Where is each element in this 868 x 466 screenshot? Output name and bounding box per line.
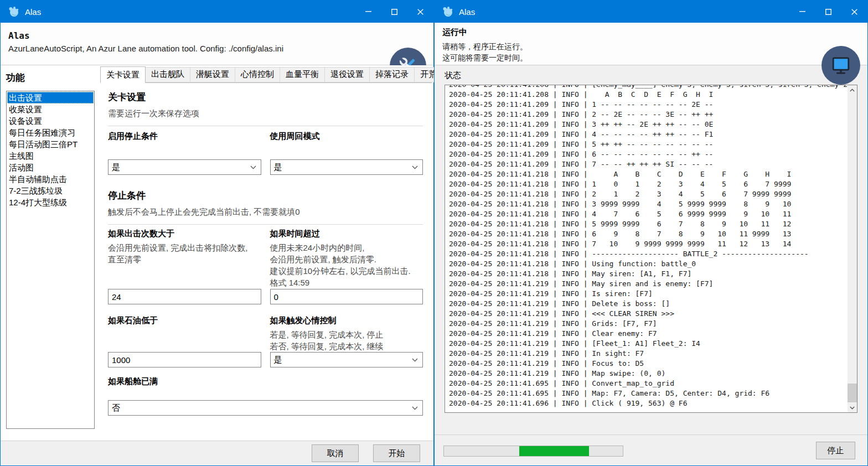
list-item[interactable]: 7-2三战拣垃圾 xyxy=(7,185,94,196)
stop-button[interactable]: 停止 xyxy=(816,442,855,459)
log-line: 2020-04-25 20:11:41.219 | INFO | Focus t… xyxy=(449,359,848,369)
log-line: 2020-04-25 20:11:41.219 | INFO | Grids: … xyxy=(449,319,848,329)
chevron-down-icon xyxy=(412,406,418,410)
list-item[interactable]: 主线图 xyxy=(7,150,94,162)
list-item[interactable]: 出击设置 xyxy=(7,92,94,103)
sidebar-heading: 功能 xyxy=(6,71,95,84)
list-item[interactable]: 收菜设置 xyxy=(7,103,94,115)
app-header: Alas AzurLaneAutoScript, An Azur Lane au… xyxy=(1,23,433,65)
log-line: 2020-04-25 20:11:41.218 | INFO | May sir… xyxy=(449,269,848,279)
close-icon xyxy=(851,9,857,15)
log-line: 2020-04-25 20:11:41.209 | INFO | 6 -- --… xyxy=(449,149,848,159)
app-title: Alas xyxy=(8,30,283,41)
running-status-line1: 请稍等，程序正在运行。 xyxy=(442,41,528,52)
close-button[interactable] xyxy=(841,1,867,23)
scroll-up-button[interactable] xyxy=(848,85,857,95)
list-item[interactable]: 每日活动图三倍PT xyxy=(7,138,94,150)
window-title: Alas xyxy=(25,7,41,17)
list-item[interactable]: 12-4打大型练级 xyxy=(7,196,94,208)
divider xyxy=(108,126,423,126)
emotion-control-select[interactable]: 是 xyxy=(270,352,423,367)
tab[interactable]: 掉落记录 xyxy=(370,67,415,82)
cancel-button[interactable]: 取消 xyxy=(312,444,359,462)
oil-limit-input[interactable] xyxy=(108,352,261,367)
status-label: 状态 xyxy=(445,70,461,81)
maximize-icon xyxy=(391,9,397,15)
list-item[interactable]: 半自动辅助点击 xyxy=(7,173,94,185)
section-title: 停止条件 xyxy=(108,189,423,202)
field-label: 启用停止条件 xyxy=(108,131,261,142)
minimize-button[interactable] xyxy=(355,1,381,23)
field-description: 若是, 等待回复, 完成本次, 停止 若否, 等待回复, 完成本次, 继续 xyxy=(270,329,423,352)
function-sidebar: 功能 出击设置收菜设置设备设置每日任务困难演习每日活动图三倍PT主线图活动图半自… xyxy=(6,71,95,425)
dock-full-select[interactable]: 否 xyxy=(108,400,423,416)
enable-stop-condition-select[interactable]: 是 xyxy=(108,159,261,175)
start-button[interactable]: 开始 xyxy=(373,444,420,462)
field-label: 如果时间超过 xyxy=(270,229,423,239)
monitor-icon xyxy=(828,53,854,78)
scrollbar-thumb[interactable] xyxy=(848,384,857,402)
maximize-button[interactable] xyxy=(381,1,407,23)
time-limit-input[interactable] xyxy=(270,289,423,304)
log-line: 2020-04-25 20:11:41.218 | INFO | A B C D… xyxy=(449,169,848,179)
log-line: 2020-04-25 20:11:41.209 | INFO | 5 ++ ++… xyxy=(449,139,848,149)
log-line: 2020-04-25 20:11:41.218 | INFO | 4 7 6 5… xyxy=(449,209,848,219)
log-line: 2020-04-25 20:11:41.695 | INFO | Convert… xyxy=(449,379,848,389)
tab[interactable]: 潜艇设置 xyxy=(190,67,235,82)
tab[interactable]: 出击舰队 xyxy=(146,67,190,82)
field-label: 如果船舱已满 xyxy=(108,376,423,387)
alas-logo-icon xyxy=(442,6,454,18)
log-line: 2020-04-25 20:11:41.209 | INFO | 7 -- --… xyxy=(449,159,848,169)
log-line: 2020-04-25 20:11:41.219 | INFO | [Fleet_… xyxy=(449,339,848,349)
chevron-up-icon xyxy=(850,89,855,92)
log-line: 2020-04-25 20:11:41.695 | INFO | Map: F7… xyxy=(449,389,848,398)
section-subtitle: 触发后不会马上停止会先完成当前出击, 不需要就填0 xyxy=(108,207,423,218)
list-item[interactable]: 每日任务困难演习 xyxy=(7,127,94,138)
log-line: 2020-04-25 20:11:41.209 | INFO | 3 ++ ++… xyxy=(449,120,848,130)
minimize-button[interactable] xyxy=(789,1,815,23)
minimize-icon xyxy=(365,11,371,12)
divider xyxy=(108,224,423,225)
log-lines: 2020-04-25 20:11:41.208 | INFO | [enemy_… xyxy=(445,85,848,408)
tab[interactable]: 血量平衡 xyxy=(280,67,325,82)
chevron-down-icon xyxy=(412,165,418,169)
scroll-down-button[interactable] xyxy=(848,403,857,412)
field-label: 如果触发心情控制 xyxy=(270,315,423,326)
progress-bar xyxy=(443,446,623,457)
alas-logo-icon xyxy=(8,6,20,18)
right-footer: 停止 xyxy=(435,434,867,465)
settings-window: Alas Alas AzurLaneAutoScript, An Azur La… xyxy=(0,0,434,466)
minimize-icon xyxy=(799,11,805,12)
field-label: 如果石油低于 xyxy=(108,315,261,326)
window-title: Alas xyxy=(459,7,475,17)
list-item[interactable]: 设备设置 xyxy=(7,115,94,127)
close-button[interactable] xyxy=(407,1,433,23)
log-line: 2020-04-25 20:11:41.696 | INFO | Click (… xyxy=(449,398,848,408)
log-line: 2020-04-25 20:11:41.218 | INFO | 1 0 1 2… xyxy=(449,179,848,189)
app-subtitle: AzurLaneAutoScript, An Azur Lane automat… xyxy=(8,44,283,53)
field-label: 如果出击次数大于 xyxy=(108,229,261,239)
maximize-button[interactable] xyxy=(815,1,841,23)
sortie-count-input[interactable] xyxy=(108,289,261,304)
section-subtitle: 需要运行一次来保存选项 xyxy=(108,108,423,119)
log-line: 2020-04-25 20:11:41.209 | INFO | 4 -- --… xyxy=(449,130,848,139)
stage-settings-form: 关卡设置 需要运行一次来保存选项 启用停止条件 是 使用周 xyxy=(100,83,432,416)
monitor-badge xyxy=(822,46,860,85)
log-line: 2020-04-25 20:11:41.218 | INFO | 6 9 8 7… xyxy=(449,229,848,239)
log-view: 2020-04-25 20:11:41.208 | INFO | [enemy_… xyxy=(445,85,848,412)
log-line: 2020-04-25 20:11:41.219 | INFO | Clear e… xyxy=(449,329,848,339)
tab[interactable]: 关卡设置 xyxy=(100,66,146,83)
log-line: 2020-04-25 20:11:41.218 | INFO | 7 10 9 … xyxy=(449,239,848,249)
field-label: 使用周回模式 xyxy=(270,131,423,142)
log-line: 2020-04-25 20:11:41.219 | INFO | <<< CLE… xyxy=(449,309,848,319)
loop-mode-select[interactable]: 是 xyxy=(270,159,423,175)
tab[interactable]: 退役设置 xyxy=(325,67,370,82)
log-scrollbar[interactable] xyxy=(848,85,857,412)
field-description: 使用未来24小时内的时间, 会沿用先前设置, 触发后清零. 建议提前10分钟左右… xyxy=(270,242,423,288)
list-item[interactable]: 活动图 xyxy=(7,162,94,173)
log-line: 2020-04-25 20:11:41.218 | INFO | -------… xyxy=(449,249,848,259)
settings-content: 功能 出击设置收菜设置设备设置每日任务困难演习每日活动图三倍PT主线图活动图半自… xyxy=(1,65,433,441)
log-line: 2020-04-25 20:11:41.218 | INFO | 2 1 2 3… xyxy=(449,189,848,199)
tab[interactable]: 心情控制 xyxy=(235,67,280,82)
runner-window: Alas 运行中 请稍等，程序正在运行。 这可能将需要一定时间。 xyxy=(434,0,868,466)
